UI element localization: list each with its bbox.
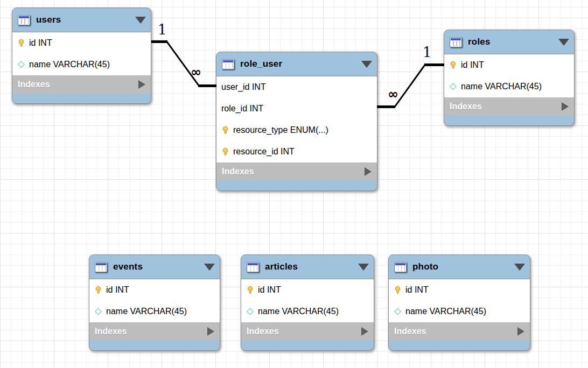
indexes-footer[interactable]: Indexes: [89, 322, 220, 341]
collapse-triangle-icon[interactable]: [204, 264, 215, 271]
indexes-label: Indexes: [450, 102, 482, 111]
column-row[interactable]: name VARCHAR(45): [89, 301, 220, 322]
column-row[interactable]: id INT: [389, 279, 530, 301]
connection-line-segment[interactable]: [377, 105, 395, 108]
table-bottom-strip: [12, 94, 151, 103]
diamond-icon: [246, 307, 254, 316]
indexes-footer[interactable]: Indexes: [389, 322, 530, 341]
indexes-label: Indexes: [222, 167, 254, 176]
collapse-triangle-icon[interactable]: [558, 39, 569, 46]
collapse-triangle-icon[interactable]: [361, 61, 372, 68]
column-row[interactable]: id INT: [89, 279, 220, 301]
column-row[interactable]: name VARCHAR(45): [241, 301, 374, 322]
cardinality-many-label: ∞: [191, 66, 201, 79]
indexes-label: Indexes: [394, 327, 426, 336]
table-articles-columns: id INT name VARCHAR(45): [241, 279, 374, 322]
indexes-footer[interactable]: Indexes: [216, 162, 377, 181]
cardinality-one-label: 1: [423, 45, 432, 59]
table-bottom-strip: [216, 181, 377, 190]
collapse-triangle-icon[interactable]: [135, 17, 146, 24]
primary-key-icon: [449, 61, 457, 69]
table-role-user-columns: user_id INT role_id INT resource_type EN…: [216, 76, 377, 162]
table-roles-columns: id INT name VARCHAR(45): [444, 54, 574, 97]
column-text: name VARCHAR(45): [461, 82, 542, 91]
table-articles-header[interactable]: articles: [241, 255, 374, 279]
table-roles-header[interactable]: roles: [444, 30, 574, 54]
table-users[interactable]: users id INT name VARCHAR(45) Indexes: [12, 8, 151, 104]
column-text: id INT: [106, 285, 129, 295]
column-row[interactable]: name VARCHAR(45): [12, 54, 151, 75]
table-icon: [450, 37, 462, 47]
primary-key-icon: [394, 286, 402, 294]
column-text: user_id INT: [221, 82, 266, 92]
primary-key-icon: [221, 147, 229, 156]
table-photo-header[interactable]: photo: [389, 255, 530, 279]
table-role-user-header[interactable]: role_user: [216, 52, 377, 76]
connection-line-segment[interactable]: [151, 40, 167, 43]
table-role-user[interactable]: role_user user_id INT role_id INT resour…: [216, 52, 377, 191]
primary-key-icon: [17, 39, 25, 47]
column-row[interactable]: name VARCHAR(45): [389, 301, 530, 322]
column-text: id INT: [29, 38, 52, 48]
indexes-footer[interactable]: Indexes: [12, 75, 151, 94]
diamond-icon: [17, 60, 25, 69]
table-title: events: [113, 261, 143, 272]
expand-arrow-icon[interactable]: [517, 327, 524, 336]
table-icon: [18, 15, 30, 25]
column-text: resource_type ENUM(...): [233, 125, 328, 135]
column-row[interactable]: id INT: [444, 54, 574, 76]
diamond-icon: [449, 82, 457, 91]
column-row[interactable]: resource_type ENUM(...): [216, 119, 377, 141]
expand-arrow-icon[interactable]: [361, 327, 368, 336]
connection-line-segment[interactable]: [198, 84, 216, 87]
connection-line-segment[interactable]: [424, 63, 444, 66]
table-icon: [394, 262, 407, 272]
table-icon: [95, 262, 107, 272]
column-text: name VARCHAR(45): [29, 60, 110, 69]
indexes-label: Indexes: [18, 80, 50, 89]
expand-arrow-icon[interactable]: [138, 80, 145, 89]
column-row[interactable]: id INT: [12, 32, 151, 54]
column-row[interactable]: user_id INT: [216, 76, 377, 98]
collapse-triangle-icon[interactable]: [358, 264, 369, 271]
column-text: name VARCHAR(45): [258, 307, 339, 316]
connection-line-segment[interactable]: [394, 65, 425, 107]
table-events-columns: id INT name VARCHAR(45): [89, 279, 220, 322]
primary-key-icon: [246, 286, 254, 294]
column-text: id INT: [405, 285, 429, 295]
column-row[interactable]: id INT: [241, 279, 374, 301]
cardinality-one-label: 1: [158, 23, 167, 37]
table-bottom-strip: [444, 116, 574, 125]
column-text: name VARCHAR(45): [106, 307, 187, 316]
table-photo-columns: id INT name VARCHAR(45): [389, 279, 530, 322]
indexes-footer[interactable]: Indexes: [444, 97, 574, 116]
column-text: resource_id INT: [233, 147, 295, 157]
table-events[interactable]: events id INT name VARCHAR(45) Indexes: [89, 254, 220, 351]
table-bottom-strip: [241, 341, 374, 350]
table-icon: [222, 59, 234, 69]
expand-arrow-icon[interactable]: [562, 102, 569, 111]
expand-arrow-icon[interactable]: [365, 167, 372, 176]
diamond-icon: [394, 307, 402, 316]
primary-key-icon: [94, 286, 102, 294]
table-title: users: [36, 15, 61, 25]
table-icon: [247, 262, 259, 272]
indexes-label: Indexes: [247, 327, 279, 336]
collapse-triangle-icon[interactable]: [514, 264, 525, 271]
eer-diagram-canvas[interactable]: users id INT name VARCHAR(45) Indexes ro…: [0, 0, 588, 368]
table-articles[interactable]: articles id INT name VARCHAR(45) Indexes: [241, 254, 374, 351]
column-text: name VARCHAR(45): [405, 307, 486, 316]
column-row[interactable]: role_id INT: [216, 98, 377, 119]
column-text: role_id INT: [221, 104, 263, 114]
table-users-header[interactable]: users: [12, 8, 151, 32]
table-photo[interactable]: photo id INT name VARCHAR(45) Indexes: [388, 254, 530, 351]
expand-arrow-icon[interactable]: [207, 327, 214, 336]
column-row[interactable]: resource_id INT: [216, 141, 377, 162]
table-roles[interactable]: roles id INT name VARCHAR(45) Indexes: [444, 30, 575, 126]
primary-key-icon: [221, 126, 229, 135]
table-title: role_user: [240, 59, 282, 69]
table-bottom-strip: [389, 341, 530, 350]
indexes-footer[interactable]: Indexes: [241, 322, 374, 341]
column-row[interactable]: name VARCHAR(45): [444, 76, 574, 97]
table-events-header[interactable]: events: [89, 255, 220, 279]
